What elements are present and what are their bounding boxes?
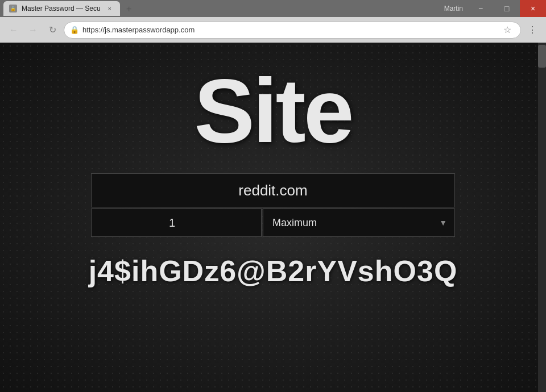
lock-icon: 🔒	[70, 26, 79, 34]
counter-input[interactable]	[91, 208, 262, 237]
tab-close-button[interactable]: ×	[105, 4, 114, 13]
title-bar-right: Martin − □ ×	[440, 0, 546, 17]
bookmark-button[interactable]: ☆	[500, 23, 515, 37]
address-bar[interactable]: 🔒 https://js.masterpasswordapp.com ☆	[64, 22, 521, 39]
browser-menu-button[interactable]: ⋮	[524, 22, 540, 38]
user-name: Martin	[440, 5, 468, 12]
tab-area: 🔒 Master Password — Secu × +	[3, 1, 136, 16]
form-row: Maximum Long Medium Short Basic PIN ▼	[91, 208, 455, 237]
title-bar: 🔒 Master Password — Secu × + Martin − □ …	[0, 0, 546, 17]
back-button[interactable]: ←	[6, 22, 22, 38]
site-heading: Site	[194, 65, 351, 156]
url-text: https://js.masterpasswordapp.com	[82, 26, 497, 34]
tab-title: Master Password — Secu	[22, 5, 101, 12]
browser-chrome: ← → ↻ 🔒 https://js.masterpasswordapp.com…	[0, 17, 546, 43]
new-tab-button[interactable]: +	[122, 2, 136, 16]
form-area: Maximum Long Medium Short Basic PIN ▼	[91, 173, 455, 237]
title-bar-left: 🔒 Master Password — Secu × +	[0, 1, 440, 16]
minimize-button[interactable]: −	[468, 0, 494, 17]
tab-favicon: 🔒	[9, 5, 17, 12]
page-content: Site Maximum Long Medium Short Basic PIN…	[0, 43, 546, 392]
forward-button[interactable]: →	[25, 22, 41, 38]
type-select[interactable]: Maximum Long Medium Short Basic PIN	[263, 208, 455, 237]
scrollbar[interactable]	[538, 43, 546, 392]
browser-tab[interactable]: 🔒 Master Password — Secu ×	[3, 1, 120, 16]
window-close-button[interactable]: ×	[520, 0, 546, 17]
reload-button[interactable]: ↻	[44, 22, 60, 38]
maximize-button[interactable]: □	[494, 0, 520, 17]
scrollbar-thumb[interactable]	[538, 45, 546, 68]
type-select-wrapper: Maximum Long Medium Short Basic PIN ▼	[263, 208, 455, 237]
site-input[interactable]	[91, 173, 455, 207]
generated-password: j4$ihGDz6@B2rYVshO3Q	[89, 254, 458, 288]
